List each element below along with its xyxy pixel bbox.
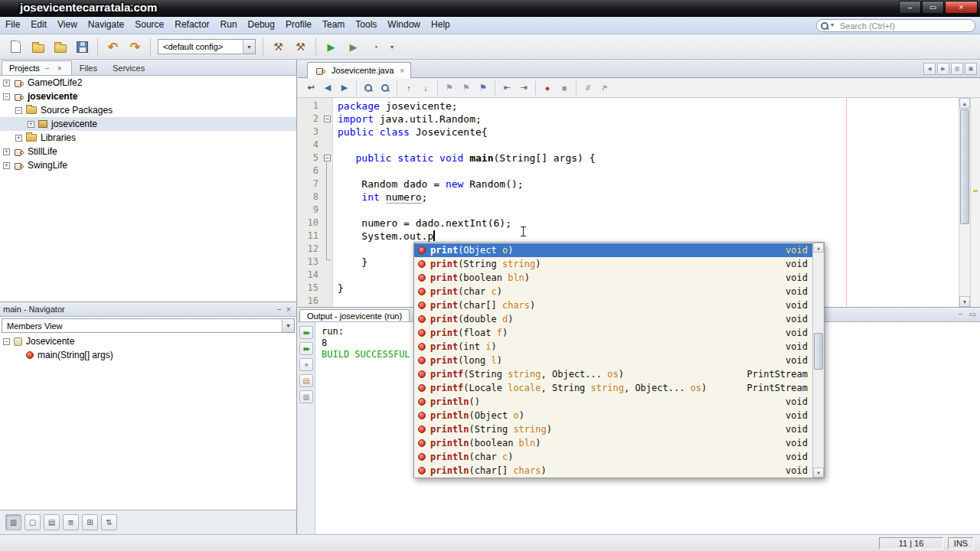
close-icon[interactable]: × [284, 305, 293, 314]
split-editor-button[interactable]: ▥ [951, 63, 963, 75]
completion-item-printf[interactable]: printf(String string, Object... os)Print… [414, 367, 812, 381]
tree-item-josevicente[interactable]: +josevicente [0, 117, 296, 131]
expander-icon[interactable]: + [3, 148, 10, 155]
find-selection-button[interactable] [361, 80, 376, 96]
completion-item-print[interactable]: print(String string)void [414, 257, 812, 271]
completion-item-print[interactable]: print(char c)void [414, 285, 812, 298]
debug-project-button[interactable]: ▶ [343, 37, 364, 57]
explorer-tab-services[interactable]: Services [105, 60, 152, 75]
expander-icon[interactable]: − [3, 93, 10, 100]
tree-item-josevicente[interactable]: −josevicente [0, 90, 296, 103]
scroll-up-icon[interactable]: ▲ [813, 243, 824, 253]
expander-icon[interactable]: − [3, 338, 10, 345]
menu-debug[interactable]: Debug [243, 17, 280, 32]
output-tab[interactable]: Output - josevicente (run) [299, 309, 410, 321]
code-line[interactable]: 2−import java.util.Random; [298, 112, 959, 126]
run-project-button[interactable]: ▶ [321, 37, 341, 57]
menu-navigate[interactable]: Navigate [83, 17, 129, 32]
expander-icon[interactable]: + [28, 121, 34, 128]
navigator-view-select[interactable]: Members View ▼ [2, 318, 295, 333]
toggle-breakpoint-button[interactable]: ● [540, 80, 555, 96]
minimize-icon[interactable]: − [956, 310, 965, 318]
menu-refactor[interactable]: Refactor [169, 17, 214, 32]
build-project-button[interactable]: ⚒ [268, 37, 289, 57]
expander-icon[interactable]: + [3, 162, 10, 169]
scroll-tabs-left-button[interactable]: ◀ [923, 63, 936, 75]
completion-item-println[interactable]: println(boolean bln)void [414, 436, 812, 450]
completion-item-print[interactable]: print(Object o)void [414, 243, 812, 257]
undo-button[interactable]: ↶ [103, 37, 123, 57]
rerun-debug-button[interactable]: ▶▶ [299, 342, 313, 355]
previous-occurrence-button[interactable]: ↑ [401, 80, 416, 96]
tree-item-josevicente[interactable]: −Josevicente [0, 334, 296, 348]
expander-icon[interactable]: + [15, 135, 22, 142]
editor-tab-josevicente[interactable]: Josevicente.java × [307, 62, 411, 78]
shift-line-left-button[interactable]: ⇤ [499, 80, 514, 96]
save-all-button[interactable] [72, 37, 93, 57]
menu-help[interactable]: Help [426, 17, 456, 32]
explorer-tab-projects[interactable]: Projects−× [2, 60, 72, 75]
open-project-button[interactable] [50, 37, 70, 57]
previous-bookmark-button[interactable]: ⚑ [442, 80, 457, 96]
menu-profile[interactable]: Profile [280, 17, 317, 32]
error-stripe[interactable] [970, 98, 980, 307]
back-button[interactable]: ◀ [320, 80, 335, 96]
next-bookmark-button[interactable]: ⚑ [459, 80, 474, 96]
code-line[interactable]: 4 [298, 139, 959, 152]
toggle-bookmark-button[interactable]: ⚑ [475, 80, 491, 96]
tree-item-gameoflife2[interactable]: +GameOfLife2 [0, 76, 296, 90]
code-line[interactable]: 8 int numero; [298, 191, 959, 204]
list-view-button[interactable]: ≣ [63, 514, 79, 530]
next-occurrence-button[interactable]: ↓ [418, 80, 433, 96]
scrollbar-thumb[interactable] [960, 109, 969, 224]
single-view-button[interactable]: ▢ [24, 514, 41, 530]
profile-project-button[interactable]: ◔ [365, 37, 386, 57]
close-icon[interactable]: × [55, 64, 64, 73]
completion-item-println[interactable]: println(Object o)void [414, 409, 812, 422]
matrix-view-button[interactable]: ⊞ [82, 514, 98, 530]
code-line[interactable]: 3public class Josevicente{ [298, 126, 959, 139]
tree-item-libraries[interactable]: +Libraries [0, 131, 296, 145]
uncomment-button[interactable]: /* [597, 80, 612, 96]
menu-source[interactable]: Source [129, 17, 169, 32]
completion-item-print[interactable]: print(char[] chars)void [414, 298, 812, 312]
completion-item-println[interactable]: println(char c)void [414, 450, 812, 464]
scroll-tabs-right-button[interactable]: ▶ [937, 63, 949, 75]
completion-item-print[interactable]: print(long l)void [414, 354, 812, 367]
menu-window[interactable]: Window [382, 17, 426, 32]
completion-item-print[interactable]: print(int i)void [414, 340, 812, 354]
tree-item-stilllife[interactable]: +StillLife [0, 145, 296, 158]
scroll-down-icon[interactable]: ▼ [813, 468, 824, 478]
menu-view[interactable]: View [52, 17, 83, 32]
explorer-tab-files[interactable]: Files [72, 60, 105, 75]
completion-scrollbar[interactable]: ▲ ▼ [812, 243, 824, 478]
sort-toggle-button[interactable]: ⇅ [101, 514, 117, 530]
clean-build-project-button[interactable]: ⚒ [290, 37, 311, 57]
code-line[interactable]: 11 System.out.p [298, 230, 959, 243]
minimize-icon[interactable]: − [43, 64, 52, 73]
menu-edit[interactable]: Edit [25, 17, 52, 32]
redo-button[interactable]: ↷ [125, 37, 145, 57]
forward-button[interactable]: ▶ [337, 80, 352, 96]
highlight-matches-button[interactable] [377, 80, 393, 96]
window-close-button[interactable]: × [945, 1, 978, 14]
expander-icon[interactable]: − [15, 107, 22, 114]
clear-output-button[interactable]: ▤ [299, 374, 313, 387]
comment-button[interactable]: // [580, 80, 596, 96]
completion-item-println[interactable]: println()void [414, 395, 812, 409]
completion-item-print[interactable]: print(float f)void [414, 326, 812, 340]
shift-line-right-button[interactable]: ⇥ [516, 80, 531, 96]
menu-file[interactable]: File [0, 17, 25, 32]
menu-tools[interactable]: Tools [350, 17, 382, 32]
quick-search-input[interactable]: ▾ Search (Ctrl+I) [816, 19, 975, 32]
tree-item-source-packages[interactable]: −Source Packages [0, 103, 296, 117]
code-line[interactable]: 6 [298, 165, 959, 178]
completion-item-print[interactable]: print(boolean bln)void [414, 271, 812, 285]
stop-build-button[interactable]: ■ [299, 358, 313, 371]
stop-macro-button[interactable]: ■ [557, 80, 572, 96]
tree-item-swinglife[interactable]: +SwingLife [0, 158, 296, 172]
rerun-button[interactable]: ▶▶ [299, 326, 313, 339]
completion-item-println[interactable]: println(String string)void [414, 422, 812, 436]
warning-mark[interactable] [973, 190, 978, 192]
editor-vertical-scrollbar[interactable]: ▲ ▼ [959, 98, 970, 307]
